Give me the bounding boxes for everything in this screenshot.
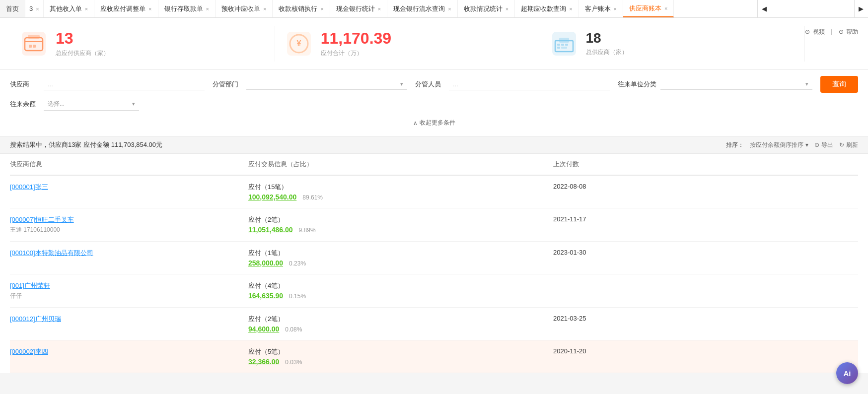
svg-rect-11	[559, 38, 569, 43]
result-actions: 排序： 按应付余额倒序排序 ▾ ⊙ 导出 ↻ 刷新	[726, 141, 858, 149]
tx-label-3: 应付（1笔）	[248, 249, 284, 257]
card2-info: 11,170.39 应付合计（万）	[321, 30, 391, 58]
nav-prepay-close[interactable]: ×	[263, 6, 266, 12]
supplier-link-4[interactable]: [001]广州荣轩	[10, 281, 248, 290]
refresh-button[interactable]: ↻ 刷新	[839, 141, 858, 149]
category-select[interactable]: ▾	[660, 79, 812, 90]
export-button[interactable]: ⊙ 导出	[814, 141, 833, 149]
tx-amount-1[interactable]: 100,092,540.00	[248, 193, 296, 201]
nav-tab-num-close[interactable]: ×	[36, 6, 39, 12]
nav-ap-adjust-label: 应收应付调整单	[100, 4, 145, 13]
balance-placeholder: 选择...	[48, 100, 65, 108]
table-row: [001]广州荣轩 仔仔 应付（4笔） 164,635.90 0.15%	[10, 274, 858, 308]
tx-amount-6[interactable]: 32,366.00	[248, 358, 279, 366]
svg-text:¥: ¥	[296, 39, 301, 48]
help-icon: ⊙	[839, 28, 844, 35]
query-button[interactable]: 查询	[820, 76, 858, 93]
sort-dropdown-icon: ▾	[805, 141, 808, 148]
nav-collection-stat-close[interactable]: ×	[506, 6, 508, 12]
nav-bank-deposit-close[interactable]: ×	[206, 6, 209, 12]
balance-select[interactable]: 选择... ▾	[44, 98, 139, 111]
supplier-link-3[interactable]: [000100]本特勤油品有限公司	[10, 249, 248, 258]
ai-label: Ai	[844, 369, 851, 374]
supplier-link-1[interactable]: [000001]张三	[10, 183, 248, 192]
nav-collection-check[interactable]: 收款核销执行 ×	[273, 0, 330, 17]
person-label: 分管人员	[415, 80, 445, 89]
tx-amount-5[interactable]: 94,600.00	[248, 325, 279, 333]
tx-percent-2: 9.89%	[299, 227, 316, 234]
nav-bank-deposit[interactable]: 银行存取款单 ×	[158, 0, 216, 17]
dept-select[interactable]: ▾	[246, 79, 407, 90]
nav-supplier-account-close[interactable]: ×	[664, 5, 667, 11]
filter-row-1: 供应商 分管部门 ▾ 分管人员 往来单位分类 ▾ 查询	[10, 76, 858, 93]
nav-cash-bank-stat-close[interactable]: ×	[378, 6, 381, 12]
summary-card-total-suppliers: 18 总供应商（家）	[540, 26, 805, 62]
tx-label-4: 应付（4笔）	[248, 282, 284, 289]
tx-amount-2[interactable]: 11,051,486.00	[248, 226, 293, 234]
nav-other-income[interactable]: 其他收入单 ×	[44, 0, 94, 17]
tx-label-2: 应付（2笔）	[248, 216, 284, 223]
col-header-supplier: 供应商信息	[10, 160, 248, 169]
supplier-info-6: [000002]李四	[10, 347, 248, 356]
col-header-tx: 应付交易信息（占比）	[248, 160, 553, 169]
dept-label: 分管部门	[213, 80, 242, 89]
nav-overdue-query-close[interactable]: ×	[569, 6, 572, 12]
category-dropdown-icon: ▾	[805, 81, 808, 87]
last-pay-1: 2022-08-08	[553, 183, 858, 190]
nav-customer-account[interactable]: 客户账本 ×	[579, 0, 623, 17]
nav-collection-stat[interactable]: 收款情况统计 ×	[458, 0, 515, 17]
tx-info-4: 应付（4笔） 164,635.90 0.15%	[248, 281, 553, 300]
last-pay-3: 2023-01-30	[553, 249, 858, 256]
table-row: [000100]本特勤油品有限公司 应付（1笔） 258,000.00 0.23…	[10, 242, 858, 274]
balance-label: 往来余额	[10, 100, 40, 109]
person-input[interactable]	[449, 78, 610, 90]
nav-home[interactable]: 首页	[0, 0, 25, 17]
nav-other-income-close[interactable]: ×	[85, 6, 88, 12]
nav-customer-account-close[interactable]: ×	[614, 6, 617, 12]
nav-other-income-label: 其他收入单	[50, 4, 82, 13]
nav-cash-bank-flow-close[interactable]: ×	[448, 6, 451, 12]
tx-info-5: 应付（2笔） 94,600.00 0.08%	[248, 315, 553, 333]
nav-prepay-label: 预收冲应收单	[221, 4, 260, 13]
nav-tab-number[interactable]: 3 ×	[25, 0, 44, 17]
help-link[interactable]: ⊙ 帮助	[839, 28, 858, 36]
tx-amount-3[interactable]: 258,000.00	[248, 259, 283, 267]
card1-info: 13 总应付供应商（家）	[56, 30, 109, 58]
category-label: 往来单位分类	[618, 80, 656, 89]
supplier-link-6[interactable]: [000002]李四	[10, 347, 248, 356]
video-link[interactable]: ⊙ 视频	[805, 28, 824, 36]
nav-cash-bank-flow[interactable]: 现金银行流水查询 ×	[387, 0, 457, 17]
svg-rect-2	[28, 35, 40, 39]
nav-home-label: 首页	[6, 4, 19, 13]
summary-card-ap-total: ¥ 11,170.39 应付合计（万）	[275, 26, 540, 62]
nav-ap-adjust-close[interactable]: ×	[148, 6, 151, 12]
supplier-input[interactable]	[44, 78, 205, 90]
nav-supplier-account[interactable]: 供应商账本 ×	[623, 0, 674, 17]
supplier-label: 供应商	[10, 80, 40, 89]
collapse-up-icon: ∧	[413, 120, 418, 127]
supplier-info-2: [000007]恒旺二手叉车 王通 17106110000	[10, 215, 248, 234]
supplier-info-4: [001]广州荣轩 仔仔	[10, 281, 248, 300]
nav-scroll-left[interactable]: ◀	[757, 0, 771, 18]
nav-overdue-query[interactable]: 超期应收款查询 ×	[515, 0, 579, 17]
tx-percent-3: 0.23%	[289, 260, 306, 267]
supplier-link-2[interactable]: [000007]恒旺二手叉车	[10, 215, 248, 224]
table-row: [000012]广州贝瑞 应付（2笔） 94,600.00 0.08% 2021…	[10, 308, 858, 340]
tx-amount-4[interactable]: 164,635.90	[248, 292, 283, 300]
nav-prepay[interactable]: 预收冲应收单 ×	[216, 0, 273, 17]
nav-collection-check-close[interactable]: ×	[320, 6, 323, 12]
svg-rect-4	[29, 45, 32, 48]
nav-ap-adjust[interactable]: 应收应付调整单 ×	[94, 0, 158, 17]
nav-scroll-right[interactable]: ▶	[854, 0, 868, 18]
collapse-button[interactable]: ∧ 收起更多条件	[404, 116, 464, 130]
tx-info-1: 应付（15笔） 100,092,540.00 89.61%	[248, 183, 553, 201]
nav-cash-bank-stat[interactable]: 现金银行统计 ×	[330, 0, 387, 17]
supplier-link-5[interactable]: [000012]广州贝瑞	[10, 315, 248, 324]
table-area: 供应商信息 应付交易信息（占比） 上次付数 [000001]张三 应付（15笔）…	[0, 154, 868, 373]
nav-collection-stat-label: 收款情况统计	[464, 4, 503, 13]
nav-collection-check-label: 收款核销执行	[279, 4, 317, 13]
supplier-info-5: [000012]广州贝瑞	[10, 315, 248, 324]
filter-person: 分管人员	[415, 78, 610, 90]
nav-cash-bank-flow-label: 现金银行流水查询	[393, 4, 445, 13]
sort-option[interactable]: 按应付余额倒序排序 ▾	[750, 141, 808, 149]
